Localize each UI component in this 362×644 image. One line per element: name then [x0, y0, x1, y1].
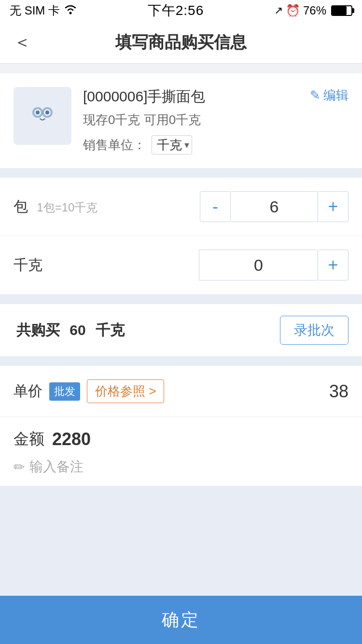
bao-hint: 1包=10千克 [37, 201, 97, 214]
product-image [14, 87, 71, 145]
location-icon: ↗ [274, 4, 283, 17]
note-placeholder: 输入备注 [29, 458, 84, 476]
amount-section: 金额 2280 ✏ 输入备注 [0, 417, 362, 486]
price-value: 38 [329, 381, 348, 402]
battery-icon [331, 5, 352, 16]
quantity-row-bao: 包 1包=10千克 - + [0, 178, 362, 236]
unit-select[interactable]: 千克 包 [152, 135, 192, 154]
kg-label: 千克 [14, 255, 199, 275]
price-section: 单价 批发 价格参照 > 38 [0, 366, 362, 417]
quantity-section: 包 1包=10千克 - + 千克 + [0, 178, 362, 294]
kg-input[interactable] [199, 250, 318, 280]
confirm-button[interactable]: 确定 [0, 596, 362, 644]
battery-percent: 76% [303, 4, 326, 17]
price-left: 单价 批发 价格参照 > [14, 379, 164, 403]
batch-button[interactable]: 录批次 [280, 316, 348, 345]
section-divider-2 [0, 294, 362, 304]
unit-label: 销售单位： [83, 137, 146, 154]
bao-input[interactable] [231, 191, 318, 222]
price-tag: 批发 [49, 382, 80, 401]
amount-label: 金额 [14, 429, 44, 450]
svg-point-5 [36, 111, 40, 114]
product-name: [0000006]手撕面包 [83, 87, 348, 107]
kg-plus-button[interactable]: + [318, 250, 348, 280]
status-bar: 无 SIM 卡 下午2:56 ↗ ⏰ 76% [0, 0, 362, 21]
back-button[interactable]: ＜ [14, 30, 31, 54]
price-label: 单价 [14, 381, 42, 401]
price-ref-button[interactable]: 价格参照 > [87, 379, 164, 403]
note-row[interactable]: ✏ 输入备注 [14, 458, 348, 476]
edit-icon: ✎ [310, 88, 320, 103]
svg-point-0 [70, 12, 72, 14]
alarm-icon: ⏰ [286, 4, 300, 17]
edit-label: 编辑 [323, 87, 348, 104]
total-row: 共购买 60 千克 录批次 [0, 304, 362, 356]
section-divider-3 [0, 356, 362, 366]
product-logo [28, 102, 57, 130]
product-info: [0000006]手撕面包 现存0千克 可用0千克 销售单位： 千克 包 [83, 87, 348, 154]
note-icon: ✏ [14, 459, 25, 475]
status-carrier: 无 SIM 卡 [10, 3, 77, 18]
nav-bar: ＜ 填写商品购买信息 [0, 21, 362, 64]
wifi-icon [64, 4, 77, 17]
product-card: [0000006]手撕面包 现存0千克 可用0千克 销售单位： 千克 包 ✎ 编… [0, 73, 362, 168]
product-unit-row: 销售单位： 千克 包 [83, 135, 348, 154]
unit-select-wrapper[interactable]: 千克 包 [152, 135, 192, 154]
nav-title: 填写商品购买信息 [115, 31, 247, 54]
bao-plus-button[interactable]: + [318, 191, 348, 222]
total-label: 共购买 60 千克 [14, 321, 127, 340]
kg-controls: + [199, 250, 348, 280]
bao-minus-button[interactable]: - [200, 191, 231, 222]
quantity-row-kg: 千克 + [0, 236, 362, 294]
carrier-text: 无 SIM 卡 [10, 3, 60, 18]
amount-value: 2280 [52, 429, 91, 449]
status-right: ↗ ⏰ 76% [274, 4, 352, 17]
edit-button[interactable]: ✎ 编辑 [310, 87, 348, 104]
bao-controls: - + [200, 191, 348, 222]
bao-label: 包 1包=10千克 [14, 197, 200, 217]
svg-point-6 [45, 111, 49, 114]
section-divider-1 [0, 168, 362, 178]
amount-row: 金额 2280 [14, 429, 348, 450]
status-time: 下午2:56 [148, 1, 204, 20]
product-stock: 现存0千克 可用0千克 [83, 112, 348, 128]
